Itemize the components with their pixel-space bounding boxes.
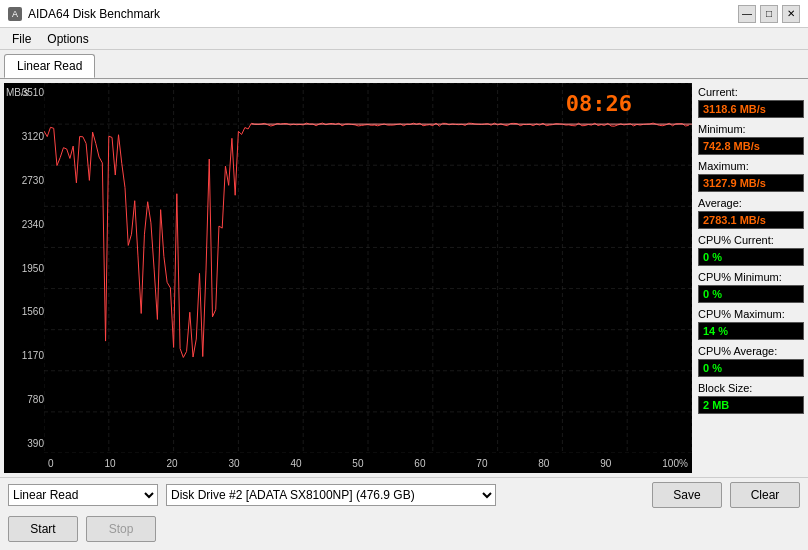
y-axis: 3510 3120 2730 2340 1950 1560 1170 780 3…	[4, 83, 44, 453]
x-100: 100%	[662, 458, 688, 469]
start-button[interactable]: Start	[8, 516, 78, 542]
cpu-minimum-label: CPU% Minimum:	[698, 271, 804, 283]
average-label: Average:	[698, 197, 804, 209]
chart-canvas	[44, 83, 692, 453]
y-label-390: 390	[6, 438, 44, 449]
tab-linear-read[interactable]: Linear Read	[4, 54, 95, 78]
tab-bar: Linear Read	[0, 50, 808, 79]
x-90: 90	[600, 458, 611, 469]
close-button[interactable]: ✕	[782, 5, 800, 23]
stats-sidebar: Current: 3118.6 MB/s Minimum: 742.8 MB/s…	[696, 79, 808, 477]
y-label-780: 780	[6, 394, 44, 405]
menu-file[interactable]: File	[4, 30, 39, 48]
x-30: 30	[228, 458, 239, 469]
maximum-label: Maximum:	[698, 160, 804, 172]
x-60: 60	[414, 458, 425, 469]
y-label-2340: 2340	[6, 219, 44, 230]
x-80: 80	[538, 458, 549, 469]
x-10: 10	[104, 458, 115, 469]
stop-button[interactable]: Stop	[86, 516, 156, 542]
x-20: 20	[166, 458, 177, 469]
minimum-label: Minimum:	[698, 123, 804, 135]
content-area: MB/s 3510 3120 2730 2340 1950 1560 1170 …	[0, 79, 808, 477]
btn-row: Start Stop	[0, 512, 808, 548]
x-0: 0	[48, 458, 54, 469]
bottom-controls: Linear Read Random Read Linear Write Ran…	[0, 477, 808, 512]
menu-bar: File Options	[0, 28, 808, 50]
minimum-value: 742.8 MB/s	[698, 137, 804, 155]
clear-button[interactable]: Clear	[730, 482, 800, 508]
title-bar: A AIDA64 Disk Benchmark — □ ✕	[0, 0, 808, 28]
y-label-1950: 1950	[6, 263, 44, 274]
y-label-3510: 3510	[6, 87, 44, 98]
time-display: 08:26	[566, 91, 632, 116]
drive-select[interactable]: Disk Drive #2 [ADATA SX8100NP] (476.9 GB…	[166, 484, 496, 506]
cpu-maximum-label: CPU% Maximum:	[698, 308, 804, 320]
cpu-average-label: CPU% Average:	[698, 345, 804, 357]
cpu-average-value: 0 %	[698, 359, 804, 377]
block-size-label: Block Size:	[698, 382, 804, 394]
cpu-current-value: 0 %	[698, 248, 804, 266]
y-label-2730: 2730	[6, 175, 44, 186]
maximum-value: 3127.9 MB/s	[698, 174, 804, 192]
cpu-current-label: CPU% Current:	[698, 234, 804, 246]
minimize-button[interactable]: —	[738, 5, 756, 23]
current-value: 3118.6 MB/s	[698, 100, 804, 118]
menu-options[interactable]: Options	[39, 30, 96, 48]
cpu-maximum-value: 14 %	[698, 322, 804, 340]
maximize-button[interactable]: □	[760, 5, 778, 23]
average-value: 2783.1 MB/s	[698, 211, 804, 229]
x-axis: 0 10 20 30 40 50 60 70 80 90 100%	[44, 453, 692, 473]
y-label-3120: 3120	[6, 131, 44, 142]
action-buttons: Save Clear	[652, 482, 800, 508]
current-label: Current:	[698, 86, 804, 98]
save-button[interactable]: Save	[652, 482, 722, 508]
y-label-1560: 1560	[6, 306, 44, 317]
block-size-value: 2 MB	[698, 396, 804, 414]
cpu-minimum-value: 0 %	[698, 285, 804, 303]
x-40: 40	[290, 458, 301, 469]
app-icon: A	[8, 7, 22, 21]
x-50: 50	[352, 458, 363, 469]
window-title: AIDA64 Disk Benchmark	[28, 7, 160, 21]
test-type-select[interactable]: Linear Read Random Read Linear Write Ran…	[8, 484, 158, 506]
chart-container: MB/s 3510 3120 2730 2340 1950 1560 1170 …	[4, 83, 692, 473]
y-label-1170: 1170	[6, 350, 44, 361]
x-70: 70	[476, 458, 487, 469]
